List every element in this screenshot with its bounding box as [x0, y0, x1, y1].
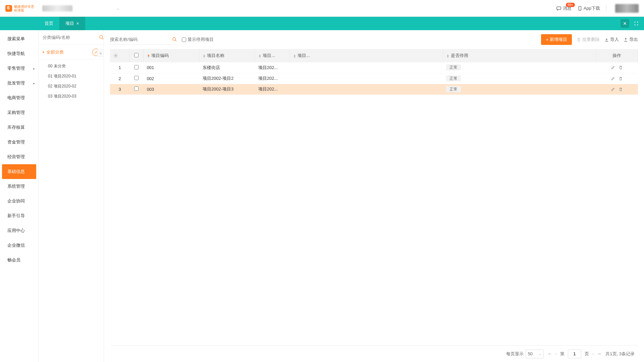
tab-项目[interactable]: 项目✕: [59, 17, 85, 30]
col-status[interactable]: ▲▼是否停用: [443, 49, 596, 62]
collapse-icon: ▾: [43, 50, 44, 54]
table-row[interactable]: 1001东楼街店项目202...正常: [110, 62, 638, 73]
per-page-value: 50: [528, 351, 533, 356]
row-edit-button[interactable]: [611, 87, 615, 92]
sidebar-item-基础信息[interactable]: 基础信息: [2, 164, 36, 179]
batch-delete-button[interactable]: 批量删除: [577, 37, 600, 43]
status-badge: 正常: [446, 64, 461, 70]
close-icon[interactable]: ✕: [76, 21, 79, 26]
svg-line-6: [102, 38, 103, 39]
panel-collapse-button[interactable]: «: [97, 49, 104, 57]
page-prev[interactable]: ‹: [555, 351, 557, 356]
col-name[interactable]: ▲▼项目名称: [199, 49, 255, 62]
col-settings[interactable]: [110, 49, 129, 62]
user-avatar-redacted[interactable]: [615, 4, 639, 13]
sidebar-item-应用中心[interactable]: 应用中心: [0, 223, 38, 238]
import-button[interactable]: 导入: [604, 37, 619, 43]
header-divider: [606, 5, 606, 11]
show-disabled-input[interactable]: [182, 38, 186, 42]
category-item[interactable]: 03 项目2020-03: [39, 91, 104, 101]
tabbar-close-button[interactable]: [621, 19, 629, 28]
batch-delete-label: 批量删除: [582, 37, 600, 43]
sidebar-item-企业微信[interactable]: 企业微信: [0, 238, 38, 253]
add-project-button[interactable]: + 新增项目: [541, 34, 572, 45]
row-delete-button[interactable]: [619, 65, 623, 70]
add-project-label: 新增项目: [550, 37, 567, 43]
category-item[interactable]: 02 项目2020-02: [39, 81, 104, 91]
svg-point-7: [173, 38, 176, 41]
sidebar-item-搜索菜单[interactable]: 搜索菜单: [0, 32, 38, 46]
tabbar-fullscreen-button[interactable]: [632, 19, 641, 28]
table-row[interactable]: 3003项目2002-项目3项目202...正常: [110, 84, 638, 95]
page-last[interactable]: ⇥: [597, 351, 601, 356]
trash-icon: [619, 87, 623, 92]
row-checkbox[interactable]: [134, 86, 139, 91]
sidebar-item-库存核算[interactable]: 库存核算: [0, 120, 38, 135]
col-code[interactable]: ▲▼项目编码: [144, 49, 199, 62]
sidebar-item-资金管理[interactable]: 资金管理: [0, 135, 38, 149]
col-project-2[interactable]: ▲▼项目...: [290, 49, 443, 62]
caret-icon: ▸: [33, 67, 35, 70]
sidebar-item-系统管理[interactable]: 系统管理: [0, 179, 38, 194]
app-download-button[interactable]: App下载: [578, 5, 600, 11]
messages-badge: 99+: [566, 3, 575, 7]
row-checkbox[interactable]: [134, 65, 139, 69]
row-edit-button[interactable]: [611, 76, 615, 81]
col-ops: 操作: [596, 49, 638, 62]
category-item[interactable]: 01 项目2020-01: [39, 71, 104, 81]
export-button[interactable]: 导出: [624, 37, 638, 43]
table-row[interactable]: 2002项目2002-项目2项目202...正常: [110, 73, 638, 84]
per-page-select[interactable]: 50 ⌄: [526, 350, 544, 358]
row-edit-button[interactable]: [611, 65, 615, 70]
message-icon: [556, 6, 561, 11]
caret-icon: ▸: [33, 81, 35, 85]
select-all-checkbox[interactable]: [134, 53, 139, 57]
trash-icon: [619, 65, 623, 70]
category-search-input[interactable]: [43, 35, 99, 40]
trash-icon: [577, 38, 581, 42]
sidebar-item-企业协同[interactable]: 企业协同: [0, 194, 38, 208]
brand-line2: 标准版: [14, 8, 34, 12]
search-icon[interactable]: [99, 35, 104, 40]
brand-icon: [5, 5, 12, 12]
sidebar-item-新手引导[interactable]: 新手引导: [0, 208, 38, 223]
row-checkbox[interactable]: [134, 76, 139, 80]
gear-icon: [113, 53, 126, 58]
messages-button[interactable]: 消息 99+: [556, 5, 572, 11]
sidebar-item-畅会员[interactable]: 畅会员: [0, 253, 38, 267]
sidebar-item-批发管理[interactable]: 批发管理▸: [0, 76, 38, 90]
export-label: 导出: [629, 37, 638, 43]
category-all[interactable]: ▾ 全部分类: [39, 45, 104, 60]
page-next[interactable]: ›: [592, 351, 594, 356]
status-badge: 正常: [446, 86, 461, 92]
import-label: 导入: [610, 37, 619, 43]
category-item[interactable]: 00 未分类: [39, 61, 104, 71]
page-input[interactable]: [568, 350, 581, 358]
sidebar-item-电商管理[interactable]: 电商管理: [0, 90, 38, 105]
row-delete-button[interactable]: [619, 76, 623, 81]
phone-icon: [578, 6, 582, 11]
show-disabled-checkbox[interactable]: 显示停用项目: [182, 37, 214, 43]
svg-line-8: [175, 40, 176, 41]
search-icon[interactable]: [172, 37, 177, 42]
sidebar-item-经营管理[interactable]: 经营管理: [0, 149, 38, 164]
per-page-label: 每页显示: [506, 351, 524, 357]
pagination-summary: 共1页, 3条记录: [605, 351, 635, 357]
col-select-all[interactable]: [129, 49, 144, 62]
show-disabled-label: 显示停用项目: [187, 37, 214, 43]
table-search-input[interactable]: [110, 37, 172, 42]
toolbar: 显示停用项目 + 新增项目 批量删除 导入: [110, 30, 638, 49]
row-delete-button[interactable]: [619, 87, 623, 92]
company-selector[interactable]: ⌄: [42, 5, 120, 11]
page-suffix: 页: [585, 351, 589, 357]
tab-首页[interactable]: 首页: [39, 17, 59, 30]
close-icon: [623, 21, 627, 25]
sidebar-item-快捷导航[interactable]: 快捷导航: [0, 46, 38, 61]
col-project-1[interactable]: ▲▼项目...: [255, 49, 290, 62]
page-prefix: 第: [560, 351, 565, 357]
brand-line1: 畅捷通好生意: [14, 5, 34, 8]
trash-icon: [619, 76, 623, 81]
sidebar-item-采购管理[interactable]: 采购管理: [0, 105, 38, 120]
sidebar-item-零售管理[interactable]: 零售管理▸: [0, 61, 38, 76]
page-first[interactable]: ⇤: [548, 351, 552, 356]
